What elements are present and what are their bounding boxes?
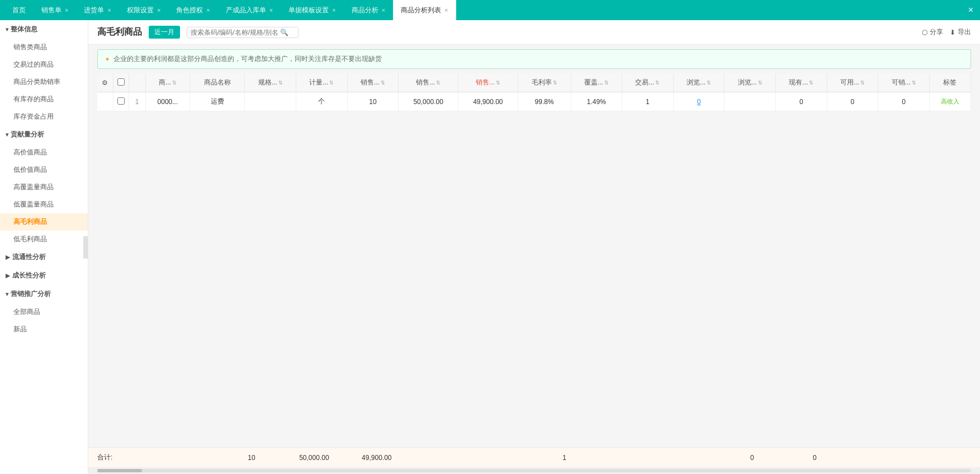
sort-transactions-icon: ⇅: [655, 80, 660, 86]
sidebar: 《 ▾ 整体信息 销售类商品 交易过的商品 商品分类助销率 有库存的商品 库存资…: [0, 20, 88, 474]
sidebar-item-category-rate[interactable]: 商品分类助销率: [0, 73, 88, 91]
nav-sales-order[interactable]: 销售单 ×: [34, 0, 76, 20]
sidebar-item-in-stock[interactable]: 有库存的商品: [0, 91, 88, 108]
footer-sales3: 49,900.00: [345, 454, 408, 462]
sort-browse1-icon: ⇅: [707, 80, 711, 86]
sidebar-item-all-goods[interactable]: 全部商品: [0, 303, 88, 321]
footer-coverage: [471, 454, 533, 462]
sort-coverage-icon: ⇅: [604, 80, 609, 86]
sort-gross-rate-icon: ⇅: [553, 80, 557, 86]
scroll-track[interactable]: [97, 469, 971, 472]
col-code[interactable]: 商... ⇅: [145, 73, 190, 92]
col-sales1[interactable]: 销售... ⇅: [347, 73, 399, 92]
sort-available-icon: ⇅: [860, 80, 865, 86]
row-browse1[interactable]: 0: [673, 92, 725, 111]
window-close-icon[interactable]: ×: [968, 5, 973, 15]
footer-gross-rate: [408, 454, 471, 462]
footer-stock: 0: [721, 454, 783, 462]
col-gross-rate[interactable]: 毛利率 ⇅: [518, 73, 571, 92]
col-name[interactable]: 商品名称: [190, 73, 245, 92]
sort-browse2-icon: ⇅: [758, 80, 763, 86]
info-banner: ✦ 企业的主要的利润都是这部分商品创造的，可考虑加大推广，同时关注库存是不要出现…: [97, 49, 971, 69]
nav-product-analysis[interactable]: 商品分析 ×: [344, 0, 393, 20]
search-icon[interactable]: 🔍: [280, 29, 288, 36]
col-settings[interactable]: ⚙: [97, 73, 113, 92]
sidebar-group-overall[interactable]: ▾ 整体信息: [0, 20, 88, 39]
sidebar-item-high-value[interactable]: 高价值商品: [0, 144, 88, 161]
close-role-auth[interactable]: ×: [206, 7, 210, 13]
col-coverage[interactable]: 覆盖... ⇅: [571, 73, 622, 92]
sidebar-item-sales-goods[interactable]: 销售类商品: [0, 39, 88, 56]
row-tag: 高收入: [929, 92, 970, 111]
share-btn[interactable]: ⬡ 分享: [922, 27, 943, 37]
sidebar-item-stock-capital[interactable]: 库存资金占用: [0, 108, 88, 125]
main-layout: 《 ▾ 整体信息 销售类商品 交易过的商品 商品分类助销率 有库存的商品 库存资…: [0, 20, 980, 474]
row-saleable: 0: [878, 92, 930, 111]
sidebar-item-high-margin[interactable]: 高毛利商品: [0, 213, 88, 231]
sidebar-item-low-coverage[interactable]: 低覆盖量商品: [0, 196, 88, 213]
close-product-analysis-list[interactable]: ×: [444, 7, 448, 13]
col-sales3[interactable]: 销售... ⇅: [458, 73, 518, 92]
footer-browse2: [658, 454, 721, 462]
row-index: 1: [129, 92, 145, 111]
close-template-settings[interactable]: ×: [332, 7, 335, 13]
filter-recent-month-btn[interactable]: 近一月: [149, 26, 180, 39]
settings-icon[interactable]: ⚙: [102, 79, 108, 87]
footer-available: 0: [783, 454, 846, 462]
close-permission-settings[interactable]: ×: [157, 7, 160, 13]
search-input[interactable]: [191, 29, 280, 36]
col-sales2[interactable]: 销售... ⇅: [399, 73, 458, 92]
sidebar-item-new-goods[interactable]: 新品: [0, 321, 88, 338]
col-saleable[interactable]: 可销... ⇅: [878, 73, 930, 92]
nav-template-settings[interactable]: 单据模板设置 ×: [281, 0, 343, 20]
scroll-thumb[interactable]: [97, 469, 142, 472]
sidebar-group-growth[interactable]: ▶ 成长性分析: [0, 266, 88, 285]
horizontal-scrollbar[interactable]: [88, 467, 980, 474]
table-row: 1 0000... 运费 个 10 50,000.00 49,900.00 99…: [97, 92, 971, 111]
nav-product-inbound[interactable]: 产成品入库单 ×: [218, 0, 281, 20]
arrow-marketing-icon: ▾: [6, 291, 8, 297]
nav-permission-settings[interactable]: 权限设置 ×: [119, 0, 168, 20]
row-transactions: 1: [622, 92, 674, 111]
footer-sales1: 10: [220, 454, 283, 462]
search-box: 🔍: [187, 27, 299, 38]
close-purchase-order[interactable]: ×: [107, 7, 111, 13]
row-checkbox-cell[interactable]: [113, 92, 129, 111]
col-browse1[interactable]: 浏览... ⇅: [673, 73, 725, 92]
select-all-checkbox[interactable]: [117, 78, 125, 86]
sidebar-item-high-coverage[interactable]: 高覆盖量商品: [0, 179, 88, 196]
sidebar-item-low-value[interactable]: 低价值商品: [0, 161, 88, 179]
col-index: [129, 73, 145, 92]
sort-spec-icon: ⇅: [278, 80, 283, 86]
sort-sales1-icon: ⇅: [381, 80, 385, 86]
arrow-growth-icon: ▶: [6, 273, 10, 279]
sort-saleable-icon: ⇅: [912, 80, 916, 86]
sidebar-group-contribution[interactable]: ▾ 贡献量分析: [0, 125, 88, 144]
sidebar-item-low-margin[interactable]: 低毛利商品: [0, 231, 88, 248]
table-container[interactable]: ⚙ 商... ⇅: [88, 73, 980, 447]
sidebar-group-circulation[interactable]: ▶ 流通性分析: [0, 248, 88, 266]
content-header: 高毛利商品 近一月 🔍 ⬡ 分享 ⬇ 导出: [88, 20, 980, 45]
row-name: 运费: [190, 92, 245, 111]
nav-product-analysis-list[interactable]: 商品分析列表 ×: [393, 0, 456, 20]
export-btn[interactable]: ⬇ 导出: [950, 27, 971, 37]
col-transactions[interactable]: 交易... ⇅: [622, 73, 674, 92]
col-available[interactable]: 可用... ⇅: [827, 73, 878, 92]
sidebar-group-marketing[interactable]: ▾ 营销推广分析: [0, 285, 88, 303]
nav-purchase-order[interactable]: 进货单 ×: [76, 0, 119, 20]
close-product-inbound[interactable]: ×: [269, 7, 273, 13]
close-sales-order[interactable]: ×: [65, 7, 68, 13]
sidebar-item-traded-goods[interactable]: 交易过的商品: [0, 56, 88, 73]
row-checkbox[interactable]: [117, 97, 125, 105]
nav-home[interactable]: 首页: [4, 0, 34, 20]
col-browse2[interactable]: 浏览... ⇅: [725, 73, 776, 92]
footer-transactions: 1: [533, 454, 596, 462]
nav-role-auth[interactable]: 角色授权 ×: [168, 0, 217, 20]
close-product-analysis[interactable]: ×: [382, 7, 385, 13]
sidebar-collapse-btn[interactable]: 《: [83, 236, 88, 259]
col-spec[interactable]: 规格... ⇅: [245, 73, 296, 92]
col-checkbox[interactable]: [113, 73, 129, 92]
col-stock[interactable]: 现有... ⇅: [776, 73, 827, 92]
col-unit[interactable]: 计量... ⇅: [296, 73, 348, 92]
row-stock: 0: [776, 92, 827, 111]
